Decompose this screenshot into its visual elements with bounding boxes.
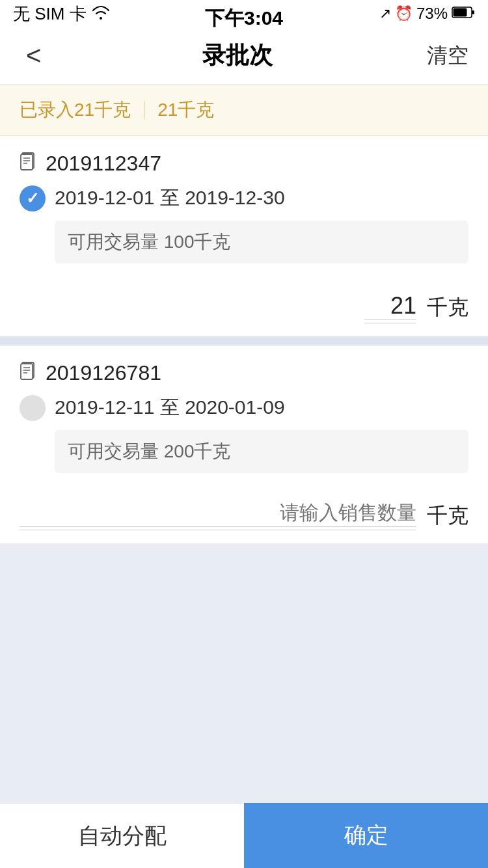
alarm-icon: ⏰ <box>395 5 413 22</box>
batch-item-1: 2019112347 ✓ 2019-12-01 至 2019-12-30 可用交… <box>0 136 488 279</box>
sales-input-2[interactable] <box>20 502 416 527</box>
batch-header-2: 2019126781 <box>20 361 468 385</box>
amount-input-wrapper-1[interactable] <box>364 292 416 323</box>
batch-date-row-1[interactable]: ✓ 2019-12-01 至 2019-12-30 <box>20 185 468 211</box>
page-title: 录批次 <box>202 40 273 72</box>
input-row-2: 千克 <box>0 489 488 543</box>
svg-rect-9 <box>21 364 33 379</box>
confirm-button[interactable]: 确定 <box>244 803 488 868</box>
input-unit-2: 千克 <box>427 502 468 530</box>
battery-percent: 73% <box>416 5 448 23</box>
svg-rect-2 <box>454 8 467 17</box>
status-right: ↗ ⏰ 73% <box>379 5 475 23</box>
check-mark-1: ✓ <box>26 189 39 208</box>
amount-row-1: 千克 <box>0 279 488 336</box>
wifi-icon <box>92 4 110 24</box>
nav-bar: < 录批次 清空 <box>0 27 488 85</box>
back-button[interactable]: < <box>20 34 47 77</box>
info-divider <box>144 101 144 119</box>
info-value: 21千克 <box>157 98 214 122</box>
input-wrapper-2[interactable] <box>20 502 416 530</box>
batch-doc-icon-1 <box>20 152 39 176</box>
svg-rect-4 <box>21 154 33 170</box>
amount-input-1[interactable] <box>364 292 416 320</box>
svg-rect-1 <box>472 10 474 14</box>
batch-number-1: 2019112347 <box>46 152 161 176</box>
batch-date-2: 2019-12-11 至 2020-01-09 <box>55 394 285 421</box>
info-banner: 已录入21千克 21千克 <box>0 85 488 136</box>
carrier-text: 无 SIM 卡 <box>13 3 87 25</box>
batch-capacity-2: 可用交易量 200千克 <box>55 430 468 473</box>
gray-area <box>0 543 488 804</box>
batch-date-row-2[interactable]: 2019-12-11 至 2020-01-09 <box>20 394 468 421</box>
batch-number-2: 2019126781 <box>46 361 161 385</box>
clear-button[interactable]: 清空 <box>427 42 468 70</box>
bottom-bar: 自动分配 确定 <box>0 803 488 868</box>
battery-icon <box>452 5 475 23</box>
batch-date-1: 2019-12-01 至 2019-12-30 <box>55 185 285 211</box>
batch-checkbox-2[interactable] <box>20 395 46 421</box>
batch-item-2: 2019126781 2019-12-11 至 2020-01-09 可用交易量… <box>0 346 488 489</box>
batch-separator <box>0 336 488 346</box>
batch-header-1: 2019112347 <box>20 152 468 176</box>
status-time: 下午3:04 <box>205 5 283 32</box>
batch-doc-icon-2 <box>20 361 39 385</box>
status-bar: 无 SIM 卡 下午3:04 ↗ ⏰ 73% <box>0 0 488 27</box>
batch-capacity-1: 可用交易量 100千克 <box>55 221 468 264</box>
status-left: 无 SIM 卡 <box>13 3 110 25</box>
location-icon: ↗ <box>379 5 391 22</box>
amount-unit-1: 千克 <box>427 293 468 322</box>
auto-distribute-button[interactable]: 自动分配 <box>0 803 244 868</box>
batch-checkbox-1[interactable]: ✓ <box>20 185 46 211</box>
info-recorded-label: 已录入21千克 <box>20 98 131 122</box>
